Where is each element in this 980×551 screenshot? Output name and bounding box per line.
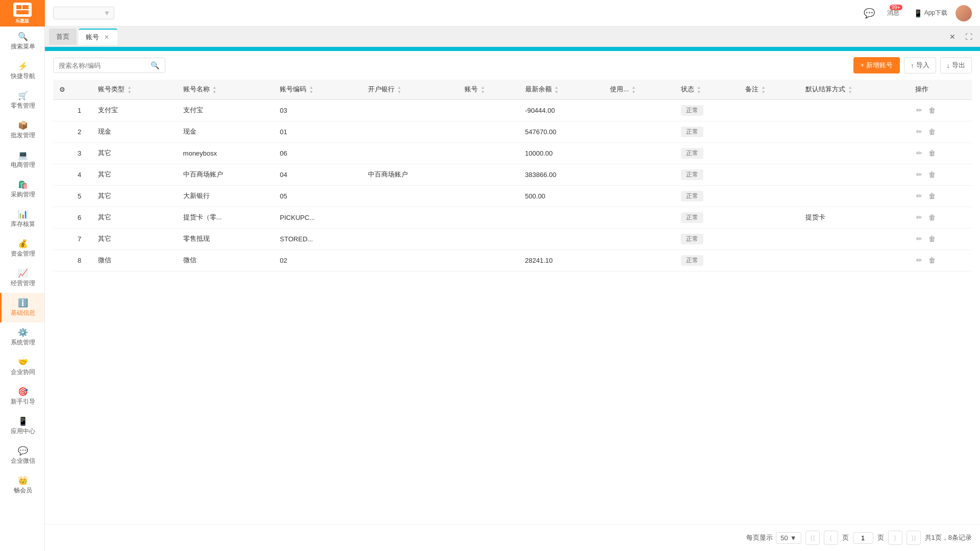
td-default-settlement-3 (799, 164, 909, 185)
tab-account-close[interactable]: ✕ (103, 34, 110, 41)
edit-btn-0[interactable]: ✏ (915, 105, 923, 115)
td-name-3: 中百商场账户 (177, 164, 274, 185)
th-account[interactable]: 账号 ▲▼ (458, 80, 519, 99)
enterprise-agreement-icon: 🤝 (18, 357, 28, 367)
app-download-btn[interactable]: 📱 App下载 (914, 9, 947, 17)
page-size-select[interactable]: 50 ▼ (776, 532, 801, 544)
page-first-btn[interactable]: ⟨⟨ (805, 531, 820, 545)
tab-expand-btn[interactable]: ⛶ (962, 30, 976, 44)
sort-status-icon: ▲▼ (697, 85, 701, 94)
sidebar-item-quick-nav[interactable]: ⚡ 快捷导航 (0, 56, 44, 86)
sidebar-item-vip-member[interactable]: 👑 畅会员 (0, 470, 44, 500)
notifications-count: 99+ (890, 5, 902, 10)
enterprise-wechat-icon: 💬 (18, 446, 28, 456)
header-search-input[interactable] (58, 10, 104, 17)
td-remark-4 (739, 185, 799, 207)
td-actions-3: ✏ 🗑 (909, 164, 972, 185)
edit-btn-2[interactable]: ✏ (915, 148, 923, 158)
td-code-2: 06 (274, 142, 361, 164)
td-status-3: 正常 (675, 164, 740, 185)
delete-btn-1[interactable]: 🗑 (927, 127, 937, 137)
sidebar-item-app-center[interactable]: 📱 应用中心 (0, 411, 44, 441)
add-account-btn[interactable]: + 新增账号 (853, 57, 900, 73)
edit-btn-6[interactable]: ✏ (915, 234, 923, 244)
td-balance-3: 383866.00 (519, 164, 604, 185)
sidebar-item-label: 企业微信 (11, 457, 35, 465)
table-row: 3 其它 moneybosx 06 10000.00 正常 ✏ 🗑 (53, 142, 972, 164)
th-status[interactable]: 状态 ▲▼ (675, 80, 740, 99)
td-remark-6 (739, 228, 799, 249)
th-type[interactable]: 账号类型 ▲▼ (92, 80, 177, 99)
th-remark[interactable]: 备注 ▲▼ (739, 80, 799, 99)
sidebar-item-retail-mgmt[interactable]: 🛒 零售管理 (0, 86, 44, 115)
delete-btn-7[interactable]: 🗑 (927, 255, 937, 265)
td-usage-4 (604, 185, 674, 207)
sidebar-item-label: 搜索菜单 (11, 42, 35, 51)
td-settings-1 (53, 121, 71, 142)
sort-type-icon: ▲▼ (128, 85, 132, 94)
th-bank[interactable]: 开户银行 ▲▼ (362, 80, 459, 99)
page-prev-btn[interactable]: ⟨ (824, 531, 838, 545)
edit-btn-7[interactable]: ✏ (915, 255, 923, 265)
th-balance[interactable]: 最新余额 ▲▼ (519, 80, 604, 99)
sidebar-item-ecommerce-mgmt[interactable]: 💻 电商管理 (0, 145, 44, 174)
sidebar-item-finance-mgmt[interactable]: 💰 资金管理 (0, 234, 44, 263)
import-btn[interactable]: ↑ 导入 (904, 57, 936, 73)
delete-btn-0[interactable]: 🗑 (927, 105, 937, 115)
sidebar-item-system-mgmt[interactable]: ⚙️ 系统管理 (0, 322, 44, 352)
td-type-2: 其它 (92, 142, 177, 164)
sidebar-item-wholesale-mgmt[interactable]: 📦 批发管理 (0, 115, 44, 145)
td-type-1: 现金 (92, 121, 177, 142)
delete-btn-2[interactable]: 🗑 (927, 148, 937, 158)
table-row: 5 其它 大新银行 05 500.00 正常 ✏ 🗑 (53, 185, 972, 207)
delete-btn-4[interactable]: 🗑 (927, 191, 937, 201)
user-avatar[interactable] (955, 5, 972, 21)
th-default-settlement[interactable]: 默认结算方式 ▲▼ (799, 80, 909, 99)
td-usage-7 (604, 249, 674, 271)
app-download-label: App下载 (924, 9, 947, 17)
delete-btn-6[interactable]: 🗑 (927, 234, 937, 244)
edit-btn-3[interactable]: ✏ (915, 169, 923, 180)
sidebar-item-purchase-mgmt[interactable]: 🛍️ 采购管理 (0, 174, 44, 204)
notifications-btn[interactable]: 💬 99+ 消息 (864, 8, 899, 19)
td-code-4: 05 (274, 185, 361, 207)
sidebar-item-search-menu[interactable]: 🔍 搜索菜单 (0, 27, 44, 56)
edit-btn-5[interactable]: ✏ (915, 212, 923, 222)
sidebar-item-newcomer-guide[interactable]: 🎯 新手引导 (0, 382, 44, 411)
td-remark-3 (739, 164, 799, 185)
page-last-btn[interactable]: ⟩⟩ (906, 531, 921, 545)
header-search-box[interactable]: ▼ (53, 7, 114, 19)
page-number-input[interactable]: 1 (853, 532, 873, 544)
tab-home[interactable]: 首页 (49, 29, 77, 45)
sidebar: 乐惠版 🔍 搜索菜单 ⚡ 快捷导航 🛒 零售管理 📦 批发管理 💻 电商管理 🛍… (0, 0, 45, 551)
export-btn[interactable]: ↓ 导出 (940, 57, 972, 73)
search-input[interactable] (59, 62, 151, 69)
search-box[interactable]: 🔍 (53, 58, 165, 73)
page-next-btn[interactable]: ⟩ (888, 531, 902, 545)
td-account-6 (458, 228, 519, 249)
sidebar-item-inventory[interactable]: 📊 库存核算 (0, 204, 44, 234)
sidebar-item-operations-mgmt[interactable]: 📈 经营管理 (0, 263, 44, 293)
sidebar-item-enterprise-agreement[interactable]: 🤝 企业协同 (0, 352, 44, 382)
th-code[interactable]: 账号编码 ▲▼ (274, 80, 361, 99)
tab-close-all-btn[interactable]: ✕ (945, 30, 960, 44)
td-balance-4: 500.00 (519, 185, 604, 207)
td-usage-2 (604, 142, 674, 164)
td-index-7: 8 (71, 249, 92, 271)
table-row: 8 微信 微信 02 28241.10 正常 ✏ 🗑 (53, 249, 972, 271)
delete-btn-3[interactable]: 🗑 (927, 169, 937, 180)
td-default-settlement-1 (799, 121, 909, 142)
tab-account[interactable]: 账号 ✕ (79, 29, 117, 45)
delete-btn-5[interactable]: 🗑 (927, 212, 937, 222)
sidebar-item-basic-info[interactable]: ℹ️ 基础信息 (0, 293, 44, 322)
sort-usage-icon: ▲▼ (632, 85, 636, 94)
td-code-5: PICKUPC... (274, 207, 361, 228)
edit-btn-4[interactable]: ✏ (915, 191, 923, 201)
edit-btn-1[interactable]: ✏ (915, 127, 923, 137)
td-name-2: moneybosx (177, 142, 274, 164)
th-name[interactable]: 账号名称 ▲▼ (177, 80, 274, 99)
td-settings-2 (53, 142, 71, 164)
th-settings[interactable]: ⚙ (53, 80, 71, 99)
th-usage[interactable]: 使用... ▲▼ (604, 80, 674, 99)
sidebar-item-enterprise-wechat[interactable]: 💬 企业微信 (0, 441, 44, 470)
